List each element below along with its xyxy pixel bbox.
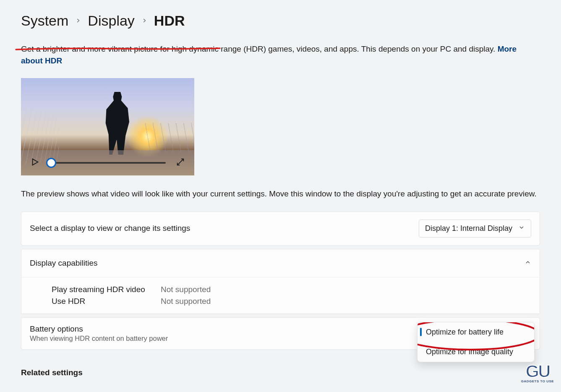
preview-caption: The preview shows what video will look l… xyxy=(21,188,540,200)
display-select-dropdown[interactable]: Display 1: Internal Display xyxy=(419,220,531,238)
video-scene-person xyxy=(99,92,136,155)
play-icon[interactable] xyxy=(30,157,39,168)
battery-options-dropdown[interactable]: Optimize for battery life Optimize for i… xyxy=(417,322,535,362)
breadcrumb-display[interactable]: Display xyxy=(88,13,134,29)
breadcrumb: System Display HDR xyxy=(21,13,540,29)
chevron-up-icon xyxy=(524,259,531,267)
breadcrumb-system[interactable]: System xyxy=(21,13,68,29)
display-select-value: Display 1: Internal Display xyxy=(425,224,512,233)
video-scene-railing-right xyxy=(142,123,194,152)
display-capabilities-title: Display capabilities xyxy=(30,259,98,268)
select-display-label: Select a display to view or change its s… xyxy=(30,224,190,233)
battery-option-life[interactable]: Optimize for battery life xyxy=(417,322,534,342)
related-settings-heading: Related settings xyxy=(21,368,540,377)
watermark-logo: GU GADGETS TO USE xyxy=(517,364,558,389)
svg-marker-0 xyxy=(33,159,38,165)
chevron-right-icon xyxy=(75,16,81,26)
svg-line-1 xyxy=(177,159,184,165)
video-preview xyxy=(21,78,194,175)
video-progress-slider[interactable] xyxy=(50,162,166,164)
hdr-description: Get a brighter and more vibrant picture … xyxy=(21,43,540,66)
select-display-card: Select a display to view or change its s… xyxy=(21,212,540,246)
option-label: Optimize for image quality xyxy=(426,348,513,356)
slider-thumb[interactable] xyxy=(46,158,56,168)
battery-options-subtitle: When viewing HDR content on battery powe… xyxy=(30,335,168,342)
display-capabilities-body: Play streaming HDR video Not supported U… xyxy=(21,277,540,314)
display-capabilities-header[interactable]: Display capabilities xyxy=(21,249,540,277)
cap-row-label: Play streaming HDR video xyxy=(52,285,161,294)
chevron-right-icon xyxy=(141,16,147,26)
display-capabilities-card: Display capabilities Play streaming HDR … xyxy=(21,249,540,314)
battery-options-card: Battery options When viewing HDR content… xyxy=(21,317,540,350)
watermark-brand: GU xyxy=(526,364,550,379)
cap-row-value: Not supported xyxy=(161,285,531,294)
battery-options-text: Battery options When viewing HDR content… xyxy=(30,324,168,342)
description-text: Get a brighter and more vibrant picture … xyxy=(21,44,498,53)
watermark-sub: GADGETS TO USE xyxy=(521,379,554,383)
chevron-down-icon xyxy=(518,224,525,233)
option-label: Optimize for battery life xyxy=(426,328,504,337)
battery-option-quality[interactable]: Optimize for image quality xyxy=(417,342,534,362)
cap-row-value: Not supported xyxy=(161,297,531,306)
battery-options-title: Battery options xyxy=(30,324,168,334)
page-title: HDR xyxy=(154,13,185,29)
video-controls xyxy=(21,150,194,175)
fullscreen-icon[interactable] xyxy=(176,157,185,168)
cap-row-label: Use HDR xyxy=(52,297,161,306)
